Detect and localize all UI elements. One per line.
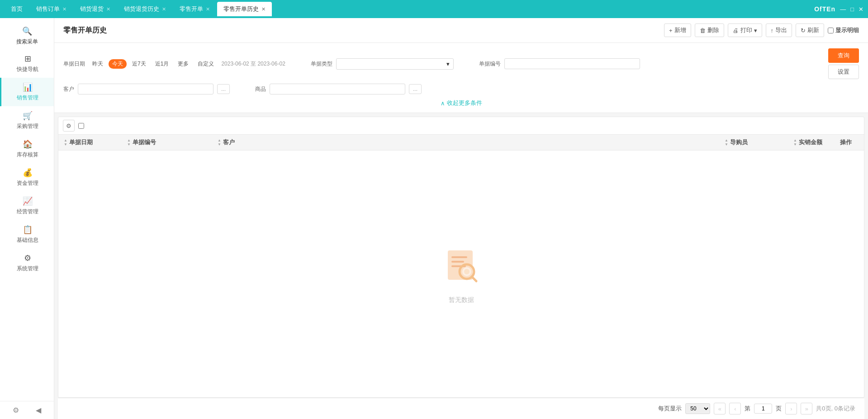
customer-ellipsis-btn[interactable]: ... bbox=[217, 84, 230, 94]
th-no: ▲ ▼ 单据编号 bbox=[122, 138, 212, 146]
tab-sales-return-close[interactable]: ✕ bbox=[106, 6, 110, 12]
bill-type-filter-group: 单据类型 ▾ bbox=[311, 58, 454, 70]
table-settings-btn[interactable]: ⚙ bbox=[63, 120, 75, 132]
window-maximize-btn[interactable]: □ bbox=[850, 6, 854, 13]
filter-row-1: 单据日期 昨天 今天 近7天 近1月 更多 自定义 2023-06-02 至 2… bbox=[63, 48, 859, 79]
print-arrow-icon: ▾ bbox=[754, 27, 757, 34]
sidebar-item-purchase-mgmt[interactable]: 🛒 采购管理 bbox=[0, 106, 54, 135]
tab-sales-order-label: 销售订单 bbox=[36, 5, 60, 13]
empty-state: 暂无数据 bbox=[58, 151, 864, 397]
page-number-input[interactable]: 1 bbox=[754, 404, 772, 414]
quick-nav-icon: ⊞ bbox=[24, 54, 31, 64]
th-action: 操作 bbox=[828, 138, 864, 146]
date-opt-last-month[interactable]: 近1月 bbox=[152, 59, 173, 69]
tab-sales-order-close[interactable]: ✕ bbox=[62, 6, 66, 12]
tab-retail-history[interactable]: 零售开单历史 ✕ bbox=[217, 2, 272, 16]
tab-sales-return-history[interactable]: 销货退货历史 ✕ bbox=[118, 2, 172, 16]
delete-label: 删除 bbox=[707, 26, 719, 34]
brand-label: OfTEn bbox=[814, 5, 835, 13]
product-filter-group: 商品 ... bbox=[255, 84, 422, 94]
inventory-icon: 🏠 bbox=[23, 139, 33, 149]
sidebar-quick-nav-label: 快捷导航 bbox=[17, 66, 38, 73]
refresh-button[interactable]: ↻ 刷新 bbox=[796, 24, 824, 37]
pagination-bar: 每页显示 50 10 20 100 « ‹ 第 1 页 › » 共0页, 0条记… bbox=[58, 398, 864, 419]
query-action-group: 查询 设置 bbox=[828, 48, 859, 79]
show-detail-label: 显示明细 bbox=[835, 26, 859, 34]
collapse-up-icon: ∧ bbox=[441, 100, 445, 107]
th-date: ▲ ▼ 单据日期 bbox=[58, 138, 122, 146]
tab-retail-open[interactable]: 零售开单 ✕ bbox=[173, 2, 216, 16]
amount-sort-arrows[interactable]: ▲ ▼ bbox=[793, 139, 797, 146]
bill-type-label: 单据类型 bbox=[311, 60, 332, 68]
table-select-all-checkbox[interactable] bbox=[78, 123, 84, 129]
per-page-select[interactable]: 50 10 20 100 bbox=[685, 403, 710, 414]
sidebar-item-finance[interactable]: 💰 资金管理 bbox=[0, 163, 54, 192]
sidebar-item-basic-info[interactable]: 📋 基础信息 bbox=[0, 220, 54, 249]
tab-sales-return[interactable]: 销货退货 ✕ bbox=[74, 2, 117, 16]
date-opt-today[interactable]: 今天 bbox=[109, 59, 127, 69]
last-page-icon: » bbox=[805, 405, 808, 412]
add-button[interactable]: + 新增 bbox=[664, 24, 691, 37]
query-button[interactable]: 查询 bbox=[828, 48, 859, 63]
svg-point-7 bbox=[464, 269, 470, 274]
date-opt-more[interactable]: 更多 bbox=[174, 59, 192, 69]
tab-sales-order[interactable]: 销售订单 ✕ bbox=[30, 2, 73, 16]
first-page-icon: « bbox=[718, 405, 721, 412]
date-opt-last7[interactable]: 近7天 bbox=[128, 59, 150, 69]
no-sort-arrows[interactable]: ▲ ▼ bbox=[127, 139, 131, 146]
collapse-row: ∧ 收起更多条件 bbox=[63, 99, 859, 107]
delete-button[interactable]: 🗑 删除 bbox=[695, 24, 724, 37]
sidebar-search[interactable]: 🔍 搜索采单 bbox=[0, 23, 54, 49]
sidebar-settings-btn[interactable]: ⚙ bbox=[13, 406, 19, 414]
sidebar-item-system[interactable]: ⚙ 系统管理 bbox=[0, 249, 54, 277]
sidebar-item-sales-mgmt[interactable]: 📊 销售管理 bbox=[0, 78, 54, 106]
svg-rect-1 bbox=[451, 256, 467, 258]
product-input[interactable] bbox=[270, 84, 405, 94]
collapse-button[interactable]: ∧ 收起更多条件 bbox=[441, 99, 482, 107]
tab-retail-history-label: 零售开单历史 bbox=[223, 5, 259, 13]
window-close-btn[interactable]: ✕ bbox=[859, 6, 863, 13]
date-range-display: 2023-06-02 至 2023-06-02 bbox=[221, 60, 285, 68]
sidebar-search-label: 搜索采单 bbox=[16, 38, 38, 46]
tab-home[interactable]: 首页 bbox=[5, 2, 29, 16]
add-label: 新增 bbox=[674, 26, 686, 34]
last-page-btn[interactable]: » bbox=[801, 403, 812, 414]
print-button[interactable]: 🖨 打印 ▾ bbox=[728, 24, 762, 37]
bill-no-label: 单据编号 bbox=[479, 60, 501, 68]
th-amount: ▲ ▼ 实销金额 bbox=[773, 138, 828, 146]
customer-input[interactable] bbox=[78, 84, 213, 94]
sidebar-item-inventory[interactable]: 🏠 库存核算 bbox=[0, 135, 54, 163]
date-opt-yesterday[interactable]: 昨天 bbox=[89, 59, 107, 69]
show-detail-checkbox[interactable] bbox=[828, 28, 834, 33]
print-label: 打印 bbox=[740, 26, 752, 34]
bill-type-select[interactable]: ▾ bbox=[336, 58, 454, 70]
show-detail-group: 显示明细 bbox=[828, 26, 859, 34]
sidebar-item-quick-nav[interactable]: ⊞ 快捷导航 bbox=[0, 49, 54, 78]
guide-sort-arrows[interactable]: ▲ ▼ bbox=[725, 139, 728, 146]
date-opt-custom[interactable]: 自定义 bbox=[194, 59, 218, 69]
filter-settings-label: 设置 bbox=[838, 68, 849, 76]
tab-retail-history-close[interactable]: ✕ bbox=[261, 6, 266, 12]
purchase-mgmt-icon: 🛒 bbox=[23, 111, 33, 121]
next-page-btn[interactable]: › bbox=[785, 403, 797, 414]
date-sort-arrows[interactable]: ▲ ▼ bbox=[64, 139, 67, 146]
sidebar-item-operations[interactable]: 📈 经营管理 bbox=[0, 192, 54, 220]
window-minimize-btn[interactable]: — bbox=[840, 6, 846, 13]
filter-settings-button[interactable]: 设置 bbox=[828, 65, 859, 79]
collapse-label: 收起更多条件 bbox=[447, 99, 482, 107]
delete-icon: 🗑 bbox=[700, 27, 706, 34]
sidebar-collapse-btn[interactable]: ◀ bbox=[36, 406, 41, 414]
customer-sort-arrows[interactable]: ▲ ▼ bbox=[218, 139, 221, 146]
sidebar-operations-label: 经营管理 bbox=[17, 208, 38, 216]
tab-sales-return-history-close[interactable]: ✕ bbox=[162, 6, 166, 12]
sidebar-basic-info-label: 基础信息 bbox=[17, 236, 38, 244]
prev-page-btn[interactable]: ‹ bbox=[729, 403, 741, 414]
tab-retail-open-close[interactable]: ✕ bbox=[206, 6, 210, 12]
product-ellipsis-btn[interactable]: ... bbox=[409, 84, 422, 94]
export-button[interactable]: ↑ 导出 bbox=[766, 24, 792, 37]
first-page-btn[interactable]: « bbox=[714, 403, 726, 414]
add-icon: + bbox=[669, 27, 673, 34]
product-label: 商品 bbox=[255, 85, 266, 93]
empty-text: 暂无数据 bbox=[449, 296, 474, 304]
bill-no-input[interactable] bbox=[504, 58, 640, 69]
